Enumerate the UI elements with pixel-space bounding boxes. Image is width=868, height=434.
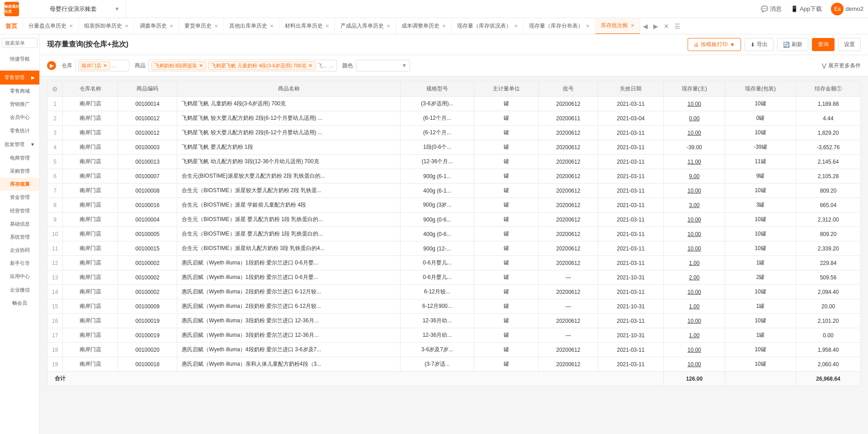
cell-stock[interactable]: 10.00 — [664, 241, 725, 256]
cell-stock[interactable]: 10.00 — [664, 212, 725, 227]
sidebar-item-wholesale[interactable]: 批发管理 ▼ — [0, 137, 39, 151]
sidebar-item-enterprise[interactable]: 企业协同 — [0, 244, 39, 257]
message-icon: 💬 — [761, 5, 768, 12]
warehouse-tag-remove[interactable]: ✕ — [103, 63, 107, 69]
nav-scroll-left[interactable]: ◀ — [640, 23, 651, 30]
tab-cost-adj[interactable]: 成本调整单历史 ✕ — [396, 18, 452, 34]
cell-stock[interactable]: 10.00 — [664, 184, 725, 198]
sidebar-item-member[interactable]: 会员中心 — [0, 111, 39, 124]
close-icon[interactable]: ✕ — [387, 24, 390, 28]
close-icon[interactable]: ✕ — [214, 24, 218, 28]
expand-filter-btn[interactable]: ▶ — [47, 61, 56, 70]
table-row: 11 南岸门店 00100015 合生元（BIOSTIME）派星幼儿配方奶粉 3… — [47, 241, 861, 256]
sidebar-item-marketing[interactable]: 营销推广 — [0, 98, 39, 111]
cell-stock[interactable]: 3.00 — [664, 198, 725, 212]
cell-amount: 809.20 — [796, 227, 861, 241]
cell-warehouse: 南岸门店 — [63, 328, 118, 343]
nav-menu[interactable]: ☰ — [672, 23, 683, 30]
query-btn[interactable]: 查询 — [812, 38, 835, 51]
cell-stock[interactable]: 1.00 — [664, 328, 725, 343]
product-more-dots[interactable]: ... — [329, 62, 334, 69]
tab-stock-dist[interactable]: 现存量（库存分布表） ✕ — [524, 18, 595, 34]
sidebar-item-basics[interactable]: 基础信息 — [0, 217, 39, 231]
sidebar-item-new-guide[interactable]: 新手引导 — [0, 257, 39, 270]
sidebar-item-retail-stats[interactable]: 零售统计 — [0, 124, 39, 137]
sidebar-item-inventory[interactable]: 库存核算 — [0, 178, 39, 191]
sidebar-item-finance[interactable]: 资金管理 — [0, 191, 39, 204]
tab-product-in[interactable]: 产成品入库单历史 ✕ — [335, 18, 396, 34]
cell-spec: 1段(0-6个... — [401, 140, 474, 155]
tab-require[interactable]: 要货单历史 ✕ — [179, 18, 224, 34]
user-profile[interactable]: Ea demo2 — [831, 3, 863, 15]
export-btn[interactable]: ⬇ 导出 — [745, 38, 774, 51]
cell-stock[interactable]: 1.00 — [664, 299, 725, 314]
sidebar-item-enterprise-wechat[interactable]: 企业微信 — [0, 283, 39, 297]
row-number: 13 — [47, 270, 63, 285]
product-tag-container[interactable]: 飞鹤奶粉3段两提装 ✕ 飞鹤星飞帆 儿童奶粉 4段(3-6岁适用) 700克 ✕… — [148, 60, 337, 71]
close-icon[interactable]: ✕ — [170, 24, 173, 28]
close-icon[interactable]: ✕ — [442, 24, 446, 28]
close-icon[interactable]: ✕ — [514, 24, 518, 28]
th-settings[interactable]: ⚙ — [47, 81, 63, 97]
template-print-btn[interactable]: 🖨 按模板打印 ▼ — [688, 38, 741, 51]
industry-selector[interactable]: 母婴行业演示账套 ▼ — [44, 0, 126, 18]
close-icon[interactable]: ✕ — [586, 24, 590, 28]
cell-stock[interactable]: 10.00 — [664, 97, 725, 111]
message-btn[interactable]: 💬 消息 — [761, 5, 782, 13]
close-icon[interactable]: ✕ — [631, 23, 634, 28]
cell-stock[interactable]: 10.00 — [664, 227, 725, 241]
cell-stock-pkg: 1罐 — [725, 328, 796, 343]
cell-stock: -39.00 — [664, 140, 725, 155]
th-amount: 结存金额① — [796, 81, 861, 97]
sidebar-item-app-center[interactable]: 应用中心 — [0, 270, 39, 283]
sidebar-item-operations[interactable]: 经营管理 — [0, 204, 39, 217]
cell-name: 惠氏启赋（Wyeth illuma）3段奶粉 爱尔兰进口 12-36月... — [177, 328, 401, 343]
cell-stock[interactable]: 10.00 — [664, 126, 725, 140]
color-tag-container[interactable]: ▼ — [356, 60, 410, 71]
sidebar-item-retail-mgmt[interactable]: 零售管理 ▶ — [0, 71, 39, 85]
cell-stock[interactable]: 11.00 — [664, 155, 725, 169]
product-tag-remove[interactable]: ✕ — [199, 63, 203, 69]
cell-name: 飞鹤星飞帆 较大婴儿配方奶粉 2段(6-12个月婴幼儿适用) ... — [177, 126, 401, 140]
close-icon[interactable]: ✕ — [326, 24, 329, 28]
sidebar-item-purchase[interactable]: 采购管理 — [0, 165, 39, 178]
refresh-btn[interactable]: 🔄 刷新 — [777, 38, 808, 51]
cell-stock[interactable]: 10.00 — [664, 285, 725, 299]
settings-btn[interactable]: 设置 — [838, 38, 861, 51]
tab-unpack[interactable]: 组装拆卸单历史 ✕ — [79, 18, 134, 34]
sidebar-item-retail-store[interactable]: 零售商城 — [0, 85, 39, 98]
product-tag-remove[interactable]: ✕ — [308, 63, 312, 69]
app-download-btn[interactable]: 📱 App下载 — [791, 5, 822, 13]
cell-unit: 罐 — [474, 299, 538, 314]
search-input[interactable] — [2, 38, 38, 48]
nav-close-all[interactable]: ✕ — [661, 23, 672, 30]
product-more[interactable]: 飞... — [317, 62, 327, 70]
cell-stock[interactable]: 9.00 — [664, 169, 725, 184]
sidebar-item-system[interactable]: 系统管理 — [0, 231, 39, 244]
close-icon[interactable]: ✕ — [270, 24, 274, 28]
sidebar-item-member2[interactable]: 畅会员 — [0, 297, 39, 310]
cell-stock[interactable]: 1.00 — [664, 256, 725, 270]
tab-stock-status[interactable]: 现存量（库存状况表） ✕ — [452, 18, 524, 34]
tab-material-out[interactable]: 材料出库单历史 ✕ — [279, 18, 335, 34]
nav-scroll-right[interactable]: ▶ — [651, 23, 661, 30]
cell-stock[interactable]: 10.00 — [664, 357, 725, 372]
settings-icon[interactable]: ⚙ — [52, 85, 58, 93]
expand-more-btn[interactable]: ⋁ 展开更多条件 — [822, 62, 861, 70]
cell-stock[interactable]: 10.00 — [664, 343, 725, 357]
table-row: 16 南岸门店 00100019 惠氏启赋（Wyeth illuma）3段奶粉 … — [47, 314, 861, 328]
close-icon[interactable]: ✕ — [125, 24, 128, 28]
sidebar-item-ecommerce[interactable]: 电商管理 — [0, 151, 39, 165]
tab-split[interactable]: 分量盘点单历史 ✕ — [23, 18, 79, 34]
warehouse-tag-container[interactable]: 南岸门店 ✕ ... — [75, 60, 129, 71]
tab-mix[interactable]: 调拨单历史 ✕ — [134, 18, 179, 34]
warehouse-more[interactable]: ... — [112, 62, 117, 69]
tab-other-out[interactable]: 其他出库单历史 ✕ — [224, 18, 279, 34]
table-row: 7 南岸门店 00100008 合生元（BIOSTIME）派星较大婴儿配方奶粉 … — [47, 184, 861, 198]
tab-batch[interactable]: 库存批次账 ✕ — [595, 18, 640, 34]
close-icon[interactable]: ✕ — [69, 24, 73, 28]
tab-home[interactable]: 首页 — [0, 18, 23, 34]
cell-stock[interactable]: 0.00 — [664, 111, 725, 126]
cell-stock[interactable]: 10.00 — [664, 314, 725, 328]
cell-stock[interactable]: 2.00 — [664, 270, 725, 285]
